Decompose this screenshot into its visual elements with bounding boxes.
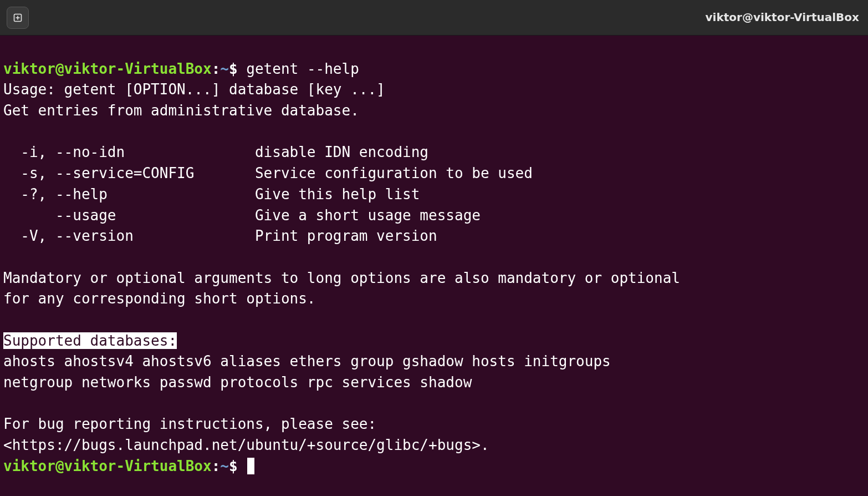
- command-text: getent --help: [246, 60, 359, 77]
- output-opt5: -V, --version Print program version: [3, 227, 437, 244]
- new-tab-button[interactable]: [7, 7, 29, 29]
- output-opt2: -s, --service=CONFIG Service configurati…: [3, 165, 533, 181]
- new-tab-icon: [13, 13, 23, 23]
- prompt-line-2: viktor@viktor-VirtualBox:~$: [3, 458, 254, 474]
- output-supported-heading: Supported databases:: [3, 332, 177, 349]
- output-opt1: -i, --no-idn disable IDN encoding: [3, 144, 428, 160]
- terminal-output[interactable]: viktor@viktor-VirtualBox:~$ getent --hel…: [0, 36, 868, 477]
- window-titlebar: viktor@viktor-VirtualBox: [0, 0, 868, 36]
- prompt-line-1: viktor@viktor-VirtualBox:~$ getent --hel…: [3, 60, 359, 77]
- output-opt4: --usage Give a short usage message: [3, 207, 481, 224]
- prompt-separator: :: [212, 458, 221, 474]
- output-usage: Usage: getent [OPTION...] database [key …: [3, 81, 385, 98]
- prompt-symbol: $: [229, 458, 238, 474]
- prompt-path: ~: [220, 60, 229, 77]
- prompt-user-host: viktor@viktor-VirtualBox: [3, 60, 212, 77]
- output-db1: ahosts ahostsv4 ahostsv6 aliases ethers …: [3, 353, 611, 370]
- output-desc: Get entries from administrative database…: [3, 102, 359, 119]
- output-mandatory1: Mandatory or optional arguments to long …: [3, 270, 680, 286]
- prompt-symbol: $: [229, 60, 238, 77]
- prompt-path: ~: [220, 458, 229, 474]
- prompt-separator: :: [212, 60, 221, 77]
- output-opt3: -?, --help Give this help list: [3, 186, 420, 203]
- cursor: [247, 458, 254, 474]
- window-title: viktor@viktor-VirtualBox: [29, 9, 861, 26]
- prompt-user-host: viktor@viktor-VirtualBox: [3, 458, 212, 474]
- output-mandatory2: for any corresponding short options.: [3, 290, 316, 307]
- output-db2: netgroup networks passwd protocols rpc s…: [3, 374, 472, 391]
- output-bug1: For bug reporting instructions, please s…: [3, 416, 376, 432]
- output-bug2: <https://bugs.launchpad.net/ubuntu/+sour…: [3, 437, 489, 453]
